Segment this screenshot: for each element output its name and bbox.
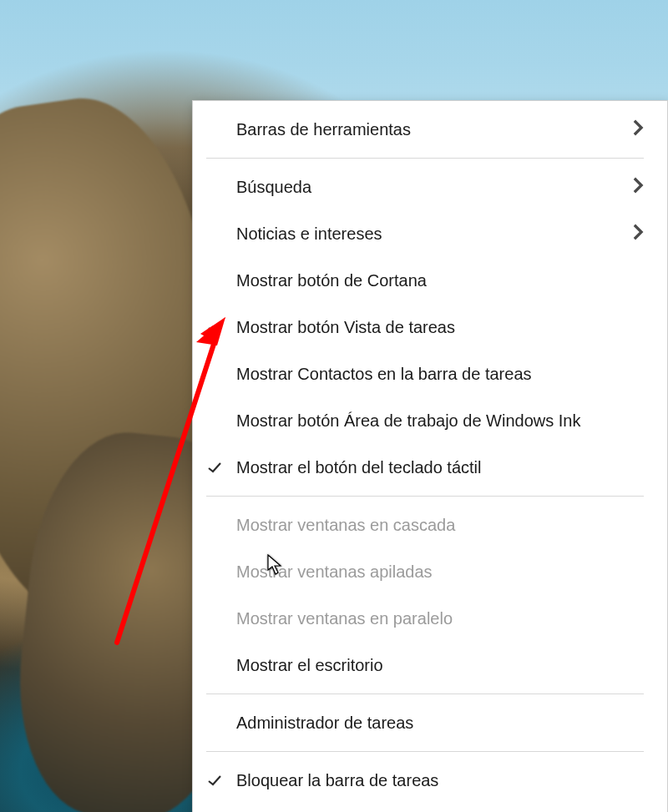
chevron-right-icon: [632, 223, 644, 245]
menu-item-label: Mostrar botón de Cortana: [236, 271, 644, 290]
chevron-right-icon: [632, 176, 644, 199]
check-icon: [193, 320, 236, 335]
menu-item-show-people[interactable]: Mostrar Contactos en la barra de tareas: [193, 351, 667, 397]
menu-separator: [206, 693, 644, 694]
menu-item-label: Mostrar ventanas en cascada: [236, 516, 644, 535]
menu-item-label: Mostrar ventanas en paralelo: [236, 609, 644, 628]
menu-item-side-by-side-windows: Mostrar ventanas en paralelo: [193, 595, 667, 642]
chevron-right-icon: [632, 119, 644, 141]
menu-item-show-cortana-button[interactable]: Mostrar botón de Cortana: [193, 257, 667, 304]
menu-item-show-touch-keyboard[interactable]: Mostrar el botón del teclado táctil: [193, 444, 667, 491]
menu-item-task-manager[interactable]: Administrador de tareas: [193, 699, 667, 746]
menu-item-label: Mostrar el escritorio: [236, 656, 644, 675]
menu-item-cascade-windows: Mostrar ventanas en cascada: [193, 502, 667, 548]
menu-item-show-task-view-button[interactable]: Mostrar botón Vista de tareas: [193, 304, 667, 351]
menu-item-label: Administrador de tareas: [236, 714, 644, 733]
menu-item-lock-taskbar[interactable]: Bloquear la barra de tareas: [193, 757, 667, 804]
menu-item-show-desktop[interactable]: Mostrar el escritorio: [193, 642, 667, 688]
menu-item-label: Noticias e intereses: [236, 224, 622, 244]
taskbar-context-menu: Barras de herramientas Búsqueda Noticias…: [192, 100, 668, 812]
check-icon: [193, 460, 236, 475]
menu-item-label: Mostrar el botón del teclado táctil: [236, 458, 644, 477]
menu-item-label: Mostrar Contactos en la barra de tareas: [236, 365, 644, 384]
menu-separator: [206, 751, 644, 752]
menu-item-label: Mostrar ventanas apiladas: [236, 562, 644, 582]
menu-item-label: Mostrar botón Vista de tareas: [236, 318, 644, 337]
menu-item-taskbar-settings[interactable]: Configuración de la barra de tareas: [193, 804, 667, 812]
menu-item-stacked-windows: Mostrar ventanas apiladas: [193, 548, 667, 595]
menu-item-label: Búsqueda: [236, 178, 622, 197]
menu-item-show-windows-ink[interactable]: Mostrar botón Área de trabajo de Windows…: [193, 397, 667, 444]
menu-item-news-interests[interactable]: Noticias e intereses: [193, 210, 667, 257]
menu-item-toolbars[interactable]: Barras de herramientas: [193, 106, 667, 153]
menu-separator: [206, 496, 644, 497]
menu-item-label: Mostrar botón Área de trabajo de Windows…: [236, 411, 644, 431]
check-icon: [193, 773, 236, 788]
menu-separator: [206, 158, 644, 159]
menu-item-label: Barras de herramientas: [236, 120, 622, 139]
menu-item-label: Bloquear la barra de tareas: [236, 771, 644, 790]
menu-item-search[interactable]: Búsqueda: [193, 164, 667, 210]
